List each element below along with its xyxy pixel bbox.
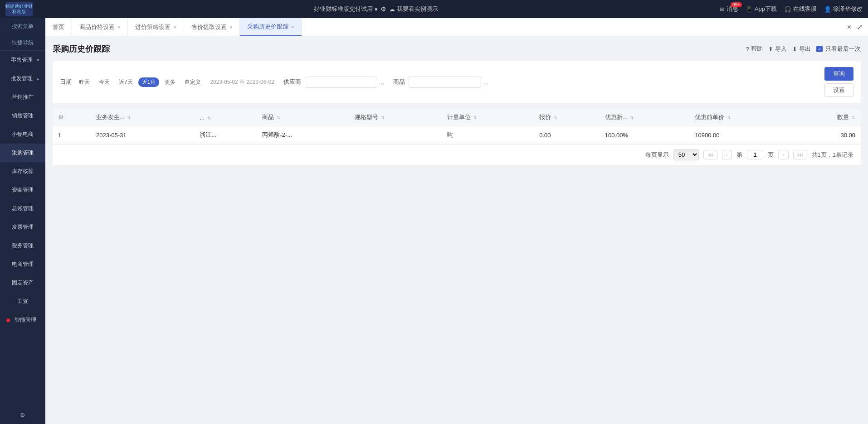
app-logo: 畅捷通好业财 标准版 (5, 2, 33, 16)
tab-purchase-strategy[interactable]: 进价策略设置 × (128, 18, 184, 36)
goods-ellipsis-button[interactable]: ... (483, 78, 488, 86)
th-unit[interactable]: 计量单位 ⇅ (442, 109, 534, 126)
query-button[interactable]: 查询 (824, 67, 853, 81)
supplier-filter-group: 供应商 ... (283, 77, 385, 88)
sidebar-item-fixed-assets[interactable]: 固定资产 (0, 274, 45, 292)
sidebar-item-tax[interactable]: 税务管理 (0, 236, 45, 255)
import-icon: ⬆ (768, 46, 773, 53)
sidebar-item-marketing[interactable]: 营销推广 (0, 88, 45, 106)
content-area: 首页 商品价格设置 × 进价策略设置 × 售价提取设置 × 采购历史价跟踪 × … (45, 18, 868, 424)
tab-close-price-settings[interactable]: × (117, 24, 120, 30)
date-btn-yesterday[interactable]: 昨天 (75, 77, 93, 87)
sidebar-item-purchase[interactable]: 采购管理 (0, 144, 45, 162)
supplier-ellipsis-button[interactable]: ... (379, 78, 385, 86)
pagination-next-button[interactable]: › (778, 150, 788, 159)
sort-icon-more1: ⇅ (207, 116, 211, 120)
sort-icon-unit: ⇅ (473, 115, 477, 120)
tab-expand-button[interactable]: ⤢ (855, 22, 864, 32)
date-btn-7days[interactable]: 近7天 (115, 77, 137, 87)
per-page-select[interactable]: 50 100 200 (673, 149, 699, 160)
tab-controls: × ⤢ (842, 22, 868, 32)
page-input[interactable] (747, 150, 763, 159)
tab-price-settings[interactable]: 商品价格设置 × (72, 18, 128, 36)
sidebar-item-sales[interactable]: 销售管理 (0, 106, 45, 125)
column-settings-icon[interactable]: ⚙ (58, 114, 64, 121)
sidebar-search[interactable]: 搜索菜单 (0, 18, 45, 35)
goods-input-wrap: ... (409, 77, 488, 88)
th-discount[interactable]: 优惠折... ⇅ (600, 109, 690, 126)
version-select[interactable]: 好业财标准版交付试用 ▾ (314, 5, 378, 13)
tab-close-button[interactable]: × (845, 22, 853, 32)
th-goods-name[interactable]: 商品 ⇅ (257, 109, 349, 126)
date-btn-1month[interactable]: 近1月 (138, 77, 160, 87)
sidebar-item-ecommerce-small[interactable]: 小畅电商 (0, 125, 45, 144)
th-quantity[interactable]: 数量 ⇅ (795, 109, 861, 126)
sort-icon-discount: ⇅ (630, 115, 634, 120)
td-goods-name: 丙烯酸-2-... (257, 126, 349, 144)
tab-home[interactable]: 首页 (45, 18, 72, 36)
tab-close-purchase-strategy[interactable]: × (173, 24, 176, 30)
date-options: 昨天 今天 近7天 近1月 更多 自定义 (75, 77, 205, 87)
pagination-last-button[interactable]: ⏭ (793, 150, 807, 159)
goods-label: 商品 (393, 78, 405, 86)
help-button[interactable]: ? 帮助 (746, 45, 763, 53)
page-label: 页 (768, 151, 774, 159)
date-btn-more[interactable]: 更多 (161, 77, 179, 87)
th-pre-discount-price[interactable]: 优惠前单价 ⇅ (689, 109, 795, 126)
sort-icon-goods-name: ⇅ (277, 115, 280, 120)
sidebar-gear-button[interactable]: ⚙ (0, 406, 45, 424)
tab-close-purchase-history[interactable]: × (291, 24, 294, 29)
chevron-down-icon: ▾ (375, 6, 378, 13)
supplier-input-wrap: ... (305, 77, 385, 88)
page-content: 采购历史价跟踪 ? 帮助 ⬆ 导入 ⬇ 导出 ✓ (45, 36, 868, 424)
td-num: 1 (53, 126, 91, 144)
sidebar-item-wholesale[interactable]: 批发管理 ▴ (0, 69, 45, 88)
th-biz-date[interactable]: 业务发生... ⇅ (91, 109, 194, 126)
pagination-first-button[interactable]: ⏮ (703, 150, 717, 159)
th-more1[interactable]: ... ⇅ (194, 109, 257, 126)
sidebar-item-inventory[interactable]: 库存核算 (0, 162, 45, 181)
export-button[interactable]: ⬇ 导出 (792, 45, 811, 53)
message-button[interactable]: ✉ 消息 99+ (720, 5, 738, 13)
td-unit: 吨 (442, 126, 534, 144)
sidebar-quick-nav[interactable]: 快捷导航 (0, 35, 45, 51)
sidebar-item-retail[interactable]: 零售管理 ▾ (0, 51, 45, 69)
online-service-button[interactable]: 🎧 在线客服 (784, 5, 817, 13)
sort-icon-spec: ⇅ (381, 115, 385, 120)
demo-link[interactable]: ☁ 我要看实例演示 (389, 5, 438, 13)
pagination-prev-button[interactable]: ‹ (722, 150, 732, 159)
sidebar-item-invoice[interactable]: 发票管理 (0, 218, 45, 236)
top-gear-button[interactable]: ⚙ (380, 5, 386, 13)
goods-input[interactable] (409, 77, 481, 88)
filter-settings-button[interactable]: 设置 (824, 83, 853, 97)
th-spec[interactable]: 规格型号 ⇅ (349, 109, 442, 126)
supplier-input[interactable] (305, 77, 377, 88)
app-download-button[interactable]: 📱 App下载 (746, 5, 777, 13)
page-title: 采购历史价跟踪 (53, 43, 110, 54)
tab-purchase-history[interactable]: 采购历史价跟踪 × (240, 18, 302, 36)
headset-icon: 🎧 (784, 6, 791, 13)
filter-card: 日期 昨天 今天 近7天 近1月 更多 自定义 2023-05-02 至 202… (53, 61, 861, 103)
tab-close-price-extract[interactable]: × (229, 24, 232, 30)
data-table: ⚙ 业务发生... ⇅ ... ⇅ 商品 (53, 109, 861, 144)
page-actions: ? 帮助 ⬆ 导入 ⬇ 导出 ✓ 只看最后一次 (746, 45, 861, 53)
sidebar-item-ledger[interactable]: 总账管理 (0, 199, 45, 218)
pagination-bar: 每页显示 50 100 200 ⏮ ‹ 第 页 › ⏭ 共1页，1条记录 (53, 144, 861, 165)
th-price[interactable]: 报价 ⇅ (534, 109, 599, 126)
user-menu-button[interactable]: 👤 徐泽华修改 (824, 5, 863, 13)
export-icon: ⬇ (792, 46, 797, 53)
per-page-label: 每页显示 (645, 151, 669, 159)
top-bar: 畅捷通好业财 标准版 好业财标准版交付试用 ▾ ⚙ ☁ 我要看实例演示 ✉ 消息… (0, 0, 868, 18)
sidebar-item-salary[interactable]: 工资 (0, 292, 45, 311)
tab-price-extract[interactable]: 售价提取设置 × (184, 18, 240, 36)
filter-row: 日期 昨天 今天 近7天 近1月 更多 自定义 2023-05-02 至 202… (60, 67, 853, 97)
td-biz-date: 2023-05-31 (91, 126, 194, 144)
total-info: 共1页，1条记录 (812, 151, 853, 159)
date-btn-custom[interactable]: 自定义 (181, 77, 205, 87)
only-last-toggle[interactable]: ✓ 只看最后一次 (816, 45, 861, 53)
import-button[interactable]: ⬆ 导入 (768, 45, 787, 53)
sidebar-item-smart[interactable]: 智能管理 (0, 311, 45, 329)
sidebar-item-ecommerce[interactable]: 电商管理 (0, 255, 45, 274)
date-btn-today[interactable]: 今天 (95, 77, 113, 87)
sidebar-item-finance[interactable]: 资金管理 (0, 181, 45, 199)
